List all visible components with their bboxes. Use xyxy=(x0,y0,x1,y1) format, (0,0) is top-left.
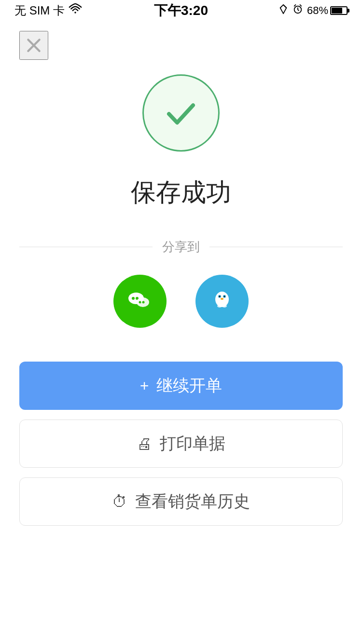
wechat-icon xyxy=(125,287,154,316)
svg-point-18 xyxy=(222,305,227,308)
svg-line-1 xyxy=(283,5,286,8)
success-title: 保存成功 xyxy=(131,176,231,210)
clock-icon: ⏱ xyxy=(112,493,127,511)
svg-point-0 xyxy=(74,12,76,14)
svg-point-15 xyxy=(219,296,221,297)
view-history-label: 查看销货单历史 xyxy=(135,490,250,513)
battery-indicator: 68% xyxy=(307,4,348,17)
divider-left xyxy=(19,247,153,247)
print-icon: 🖨 xyxy=(137,435,152,453)
share-divider-row: 分享到 xyxy=(19,238,343,255)
location-icon xyxy=(278,4,289,17)
status-time: 下午3:20 xyxy=(154,1,208,20)
continue-order-label: 继续开单 xyxy=(156,375,222,397)
no-sim-text: 无 SIM 卡 xyxy=(14,3,65,18)
svg-point-16 xyxy=(224,296,225,297)
svg-point-19 xyxy=(221,298,223,300)
view-history-button[interactable]: ⏱ 查看销货单历史 xyxy=(19,477,343,526)
wechat-share-button[interactable] xyxy=(113,275,167,328)
svg-point-9 xyxy=(139,301,141,304)
qq-icon xyxy=(208,287,237,316)
alarm-icon xyxy=(292,4,303,17)
battery-percent: 68% xyxy=(307,4,328,17)
plus-icon: + xyxy=(140,377,149,395)
status-right: 68% xyxy=(278,4,348,17)
svg-point-10 xyxy=(142,301,145,304)
print-receipt-button[interactable]: 🖨 打印单据 xyxy=(19,420,343,468)
status-left: 无 SIM 卡 xyxy=(14,2,82,19)
divider-right xyxy=(209,247,343,247)
share-icons-container xyxy=(113,275,249,328)
continue-order-button[interactable]: + 继续开单 xyxy=(19,362,343,410)
print-receipt-label: 打印单据 xyxy=(160,433,225,455)
wifi-icon xyxy=(69,2,82,19)
svg-point-17 xyxy=(217,305,222,308)
success-icon-circle xyxy=(142,74,220,152)
svg-point-6 xyxy=(132,297,135,300)
share-label: 分享到 xyxy=(162,238,200,255)
close-button[interactable] xyxy=(19,31,48,60)
checkmark-icon xyxy=(162,94,200,132)
qq-share-button[interactable] xyxy=(195,275,249,328)
